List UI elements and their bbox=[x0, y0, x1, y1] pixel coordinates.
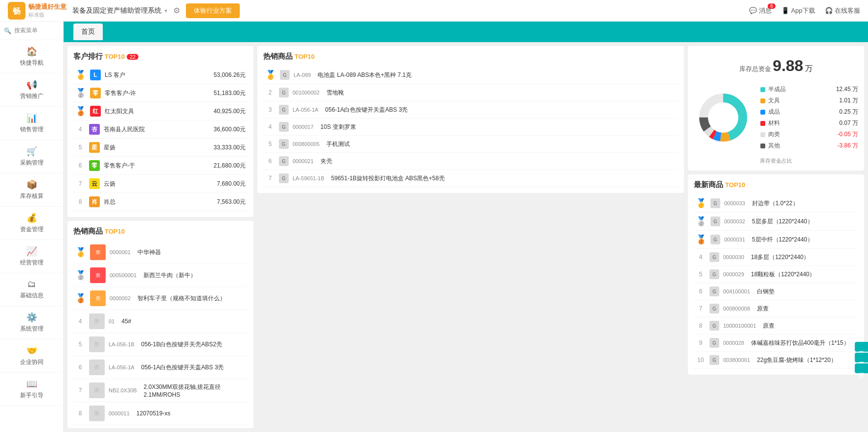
list-item: 5 G 0000029 18颗粒板（1220*2440） bbox=[694, 266, 858, 283]
product-code: 0000029 bbox=[723, 271, 744, 277]
product-name: 056-1B白色按键开关壳ABS2壳 bbox=[141, 340, 222, 349]
search-icon: 🔍 bbox=[4, 27, 11, 34]
inventory-footer: 库存资金占比 bbox=[694, 155, 858, 165]
list-item: 7 云 云扬 7,680.00元 bbox=[73, 175, 248, 193]
settings-icon[interactable]: ⚙ bbox=[173, 6, 180, 15]
right-column: 库存总资金 9.88 万 bbox=[688, 46, 864, 428]
product-thumbnail: 图 bbox=[90, 267, 106, 283]
list-item: 5 星 星扬 33,333.00元 bbox=[73, 139, 248, 157]
top-selling-middle-list: 🥇 G LA-089 电池盖 LA-089 ABS本色+黑种 7.1克 2 G … bbox=[263, 66, 678, 187]
product-code: 0000031 bbox=[724, 237, 745, 242]
logo-area: 畅 畅捷通好生意 标准版 bbox=[8, 2, 67, 20]
donut-container: 半成品 12.45 万 文具 1.01 万 bbox=[694, 80, 858, 155]
sidebar-item-guide[interactable]: 📖 新手引导 bbox=[0, 373, 63, 406]
customer-service-button[interactable]: 客服热线 bbox=[855, 342, 868, 352]
product-code: LA-089 bbox=[294, 72, 311, 78]
community-button[interactable]: 服务社区 bbox=[855, 353, 868, 362]
list-item: 4 杏 苍南县人民医院 36,600.00元 bbox=[73, 120, 248, 139]
product-badge: G bbox=[710, 235, 720, 244]
product-name: 原查 bbox=[763, 322, 775, 330]
sidebar-item-sales[interactable]: 📊 销售管理 bbox=[0, 107, 63, 140]
sidebar-item-basic-info[interactable]: 🗂 基础信息 bbox=[0, 273, 63, 306]
sidebar-item-system[interactable]: ⚙️ 系统管理 bbox=[0, 306, 63, 339]
product-name: 056-1A白色按键开关盖ABS 3壳 bbox=[325, 106, 408, 114]
trial-button[interactable]: 体验行业方案 bbox=[186, 3, 240, 18]
list-item: 6 图 LA-056-1A 056-1A白色按键开关盖ABS 3壳 bbox=[73, 356, 248, 379]
customer-value: 36,600.00元 bbox=[214, 125, 246, 134]
list-item: 🥉 红 红太阳文具 40,925.00元 bbox=[73, 102, 248, 120]
product-thumbnail: 图 bbox=[90, 244, 106, 260]
online-service-button[interactable]: 🎧 在线客服 bbox=[825, 6, 860, 15]
sidebar-item-operations[interactable]: 📈 经营管理 bbox=[0, 240, 63, 273]
top-selling-middle-header: 热销商品 TOP10 bbox=[263, 52, 678, 61]
list-item: 10 G 003800001 22g鱼豆腐-烧烤味（1*12*20） bbox=[694, 352, 858, 369]
sidebar-item-quick-nav[interactable]: 🏠 快捷导航 bbox=[0, 40, 63, 73]
product-code: LA-056-1A bbox=[293, 107, 319, 113]
medal-icon: 🥇 bbox=[75, 70, 86, 80]
header-right: 💬 消息 6 📱 App下载 🎧 在线客服 bbox=[749, 6, 860, 15]
home-icon: 🏠 bbox=[26, 46, 37, 57]
list-item: 9 图 KK-SD22110H 花语萌恒温分腿睡袋（厚款） bbox=[73, 425, 248, 428]
top-header: 畅 畅捷通好生意 标准版 装备及固定资产辅助管理系统 ▾ ⚙ 体验行业方案 💬 … bbox=[0, 0, 868, 22]
chevron-down-icon[interactable]: ▾ bbox=[164, 7, 167, 14]
customer-badge: 22 bbox=[127, 54, 138, 60]
left-column: 客户排行 TOP10 22 🥇 L LS 客户 53,006.26元 🥈 bbox=[68, 46, 253, 428]
header-left: 畅 畅捷通好生意 标准版 装备及固定资产辅助管理系统 ▾ ⚙ 体验行业方案 bbox=[8, 2, 240, 20]
customer-badge-icon: 杏 bbox=[89, 124, 100, 135]
customer-name: 零售客户-于 bbox=[104, 162, 210, 170]
nav-bar: 首页 bbox=[64, 22, 868, 42]
product-name: 5层中纤（1220*2440） bbox=[752, 236, 813, 244]
sidebar-item-cooperation[interactable]: 🤝 企业协同 bbox=[0, 339, 63, 373]
list-item: 🥇 G 0000033 封边带（1.0*22） bbox=[694, 194, 858, 213]
sidebar-item-inventory[interactable]: 📦 库存核算 bbox=[0, 173, 63, 207]
customer-name: 星扬 bbox=[104, 144, 210, 152]
product-name: 中华神器 bbox=[137, 248, 161, 257]
chart-icon: 📊 bbox=[26, 113, 37, 123]
customer-value: 40,925.00元 bbox=[214, 107, 246, 116]
product-name: 封边带（1.0*22） bbox=[752, 199, 799, 208]
sidebar-item-purchase[interactable]: 🛒 采购管理 bbox=[0, 140, 63, 173]
customer-badge-icon: 肖 bbox=[89, 196, 100, 207]
app-download-button[interactable]: 📱 App下载 bbox=[781, 6, 815, 15]
product-thumbnail: 图 bbox=[89, 406, 105, 421]
customer-value: 21,680.00元 bbox=[214, 162, 246, 170]
product-badge: G bbox=[709, 269, 719, 279]
medal-icon: 🥇 bbox=[265, 70, 276, 80]
product-name: 12070519-xs bbox=[137, 410, 170, 417]
product-badge: G bbox=[279, 156, 289, 166]
product-badge: G bbox=[710, 198, 720, 208]
list-item: 🥇 图 0000001 中华神器 bbox=[73, 241, 248, 264]
legend-dot bbox=[760, 87, 765, 92]
product-badge: G bbox=[709, 304, 719, 313]
product-badge: G bbox=[710, 216, 720, 226]
customer-name: 零售客户-许 bbox=[105, 89, 210, 97]
money-icon: 💰 bbox=[26, 213, 37, 223]
logo-text-area: 畅捷通好生意 标准版 bbox=[28, 2, 67, 19]
customer-value: 51,183.00元 bbox=[214, 89, 246, 97]
messages-button[interactable]: 💬 消息 6 bbox=[749, 6, 772, 15]
legend-name: 文具 bbox=[768, 96, 780, 105]
new-products-list: 🥇 G 0000033 封边带（1.0*22） 🥈 G 0000032 5层多层… bbox=[694, 194, 858, 369]
live-button[interactable]: 直播 bbox=[855, 363, 868, 373]
logo-main-text: 畅捷通好生意 bbox=[28, 2, 67, 11]
sidebar-item-finance[interactable]: 💰 资金管理 bbox=[0, 207, 63, 240]
search-menu[interactable]: 🔍 搜索菜单 bbox=[0, 22, 63, 40]
product-code: 0000001 bbox=[110, 249, 131, 255]
list-item: 🥈 零 零售客户-许 51,183.00元 bbox=[73, 84, 248, 102]
product-code: 0000028 bbox=[723, 340, 744, 346]
legend-val: -0.05 万 bbox=[837, 130, 858, 139]
product-code: LA-056-1A bbox=[109, 364, 135, 370]
product-name: 新西兰牛肉（新牛） bbox=[143, 271, 196, 280]
inventory-total-value: 9.88 bbox=[773, 57, 803, 74]
list-item: 8 肖 肖总 7,563.00元 bbox=[73, 193, 248, 211]
customer-ranking-card: 客户排行 TOP10 22 🥇 L LS 客户 53,006.26元 🥈 bbox=[68, 46, 253, 217]
legend-dot bbox=[760, 110, 765, 115]
sidebar-item-marketing[interactable]: 📢 营销推广 bbox=[0, 73, 63, 107]
list-item: 8 图 0000011 12070519-xs bbox=[73, 402, 248, 425]
legend-val: 12.45 万 bbox=[836, 85, 858, 94]
list-item: 🥇 G LA-089 电池盖 LA-089 ABS本色+黑种 7.1克 bbox=[263, 66, 678, 84]
legend-val: 1.01 万 bbox=[839, 96, 858, 105]
legend-val: 0.07 万 bbox=[839, 119, 858, 127]
tab-home[interactable]: 首页 bbox=[73, 24, 103, 40]
product-name: 雪地靴 bbox=[326, 89, 344, 97]
